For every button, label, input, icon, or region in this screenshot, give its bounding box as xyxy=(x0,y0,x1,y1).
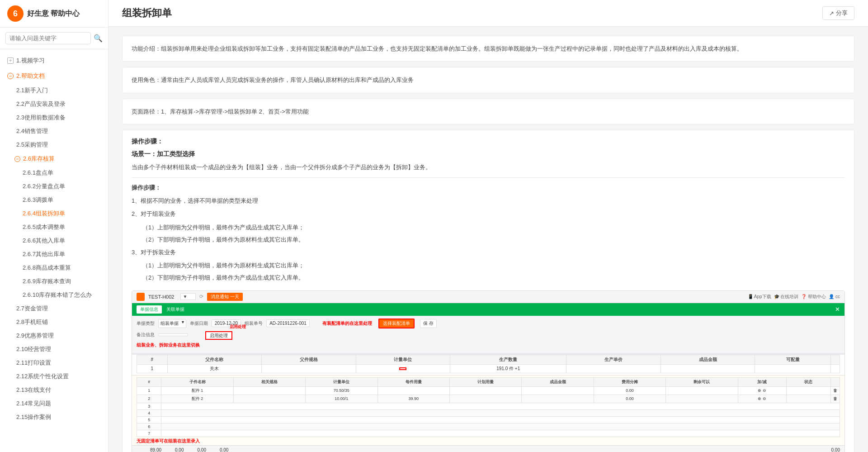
ss-footer-total4: 0.00 xyxy=(220,447,228,452)
sidebar-item-label: 2.6库存核算 xyxy=(23,155,55,163)
sidebar-item-newbie[interactable]: 2.1新手入门 xyxy=(0,84,108,97)
ss-sub-header-row: # 子件名称 相关规格 计量单位 每件用量 计划用量 成品金额 费用分摊 剩余可… xyxy=(137,377,840,386)
ss-sub-th-action xyxy=(831,377,840,386)
search-icon[interactable]: 🔍 xyxy=(94,34,103,43)
ss-btn-save[interactable]: 保 存 xyxy=(420,319,437,328)
sidebar-leaf-2610[interactable]: 2.6.10库存账本错了怎么办 xyxy=(0,288,108,302)
table-row: 5 xyxy=(137,416,840,423)
share-button[interactable]: ↗ 分享 xyxy=(822,6,854,20)
ss-td-unit-highlighted xyxy=(399,367,406,370)
main-area: 组装拆卸单 ↗ 分享 功能介绍：组装拆卸单用来处理企业组装或拆卸等加工业务，支持… xyxy=(108,0,868,452)
search-box[interactable]: 🔍 xyxy=(0,28,108,49)
intro-text: 功能介绍：组装拆卸单用来处理企业组装或拆卸等加工业务，支持有固定装配清单的产品加… xyxy=(132,43,845,54)
sidebar-leaf-267[interactable]: 2.6.7其他出库单 xyxy=(0,247,108,261)
ss-input-memo[interactable] xyxy=(158,333,188,336)
app-name: 好生意 帮助中心 xyxy=(27,9,80,19)
ss-main-table-area: # 父件名称 父件规格 计量单位 生产数量 生产单价 成品金额 可配量 xyxy=(132,355,844,375)
ss-tab-other[interactable]: 关联单据 xyxy=(163,305,188,314)
sidebar-leaf-269[interactable]: 2.6.9库存账本查询 xyxy=(0,275,108,288)
ops-steps-title: 操作步骤： xyxy=(132,182,845,193)
ss-th-action xyxy=(831,355,840,364)
page-title: 组装拆卸单 xyxy=(122,6,172,20)
ss-td-unit xyxy=(356,364,450,373)
step1: 1、根据不同的业务，选择不同单据的类型来处理 xyxy=(132,195,845,206)
ss-label-date: 单据日期 xyxy=(190,320,208,327)
intro-section: 功能介绍：组装拆卸单用来处理企业组装或拆卸等加工业务，支持有固定装配清单的产品加… xyxy=(122,36,854,62)
ss-btn-process[interactable]: 启用处理 xyxy=(205,331,232,340)
sidebar-item-cases[interactable]: 2.15操作案例 xyxy=(0,410,108,424)
ss-footer-total2: 0.00 xyxy=(175,447,184,452)
ss-input-type[interactable]: 组装单据 ▼ xyxy=(158,319,186,328)
ss-btn-assembly[interactable]: 选择装配清单 xyxy=(378,319,415,328)
main-content: 功能介绍：组装拆卸单用来处理企业组装或拆卸等加工业务，支持有固定装配清单的产品加… xyxy=(108,27,868,452)
ss-dropdown: ▼ xyxy=(180,293,196,300)
sidebar-item-label: 2.帮助文档 xyxy=(16,72,45,80)
ss-th-config: 可配量 xyxy=(755,355,831,364)
sidebar-leaf-261[interactable]: 2.6.1盘点单 xyxy=(0,166,108,180)
sidebar-item-faq[interactable]: 2.14常见问题 xyxy=(0,397,108,410)
ss-topbar: TEST-H002 ▼ ⟳ 消息通知 一天 📱 App下载 🎓 在线培训 ❓ 帮… xyxy=(132,291,844,303)
sidebar-item-mobile[interactable]: 2.8手机旺铺 xyxy=(0,315,108,329)
operations-title: 操作步骤： xyxy=(132,138,845,146)
step3: 3、对于拆装业务 xyxy=(132,247,845,257)
nav-section-1: + 1.视频学习 xyxy=(0,53,108,68)
sidebar-item-label: 1.视频学习 xyxy=(16,57,45,65)
screenshot-inner: TEST-H002 ▼ ⟳ 消息通知 一天 📱 App下载 🎓 在线培训 ❓ 帮… xyxy=(132,291,844,452)
ss-notify-btn[interactable]: 消息通知 一天 xyxy=(207,293,243,301)
step3-sub1: （1）上部明细为父件明细，最终作为原材料生成其它出库单； xyxy=(132,260,845,271)
sidebar-item-ops[interactable]: 2.10经营管理 xyxy=(0,343,108,356)
path-text: 页面路径：1、库存核算->库存管理->组装拆卸单 2、首页->常用功能 xyxy=(132,106,845,117)
share-icon: ↗ xyxy=(829,10,834,17)
screenshot-container: TEST-H002 ▼ ⟳ 消息通知 一天 📱 App下载 🎓 在线培训 ❓ 帮… xyxy=(132,290,845,452)
sidebar-leaf-268[interactable]: 2.6.8商品成本重算 xyxy=(0,261,108,275)
ss-sub-th-name: 子件名称 xyxy=(161,377,233,386)
ss-sub-th-spec: 相关规格 xyxy=(233,377,305,386)
scenario1-desc: 当由多个子件材料组装成一个成品的业务为【组装】业务，当由一个父件拆分成多个子产品… xyxy=(132,162,845,172)
ss-footer-right: 0.00 xyxy=(831,447,840,452)
ss-th-num: # xyxy=(137,355,168,364)
scenario1-title: 场景一：加工类型选择 xyxy=(132,150,845,158)
expand-icon: + xyxy=(7,57,14,64)
ss-annotation-area1: 有装配清单的在这里处理 选择装配清单 xyxy=(322,319,415,328)
ss-tab-active[interactable]: 单据信息 xyxy=(137,305,162,314)
sidebar-item-finance[interactable]: 2.7资金管理 xyxy=(0,302,108,315)
sidebar-item-video[interactable]: + 1.视频学习 xyxy=(0,53,108,68)
ss-annotation1: 有装配清单的在这里处理 xyxy=(322,321,372,326)
sidebar-leaf-266[interactable]: 2.6.6其他入库单 xyxy=(0,234,108,247)
sidebar-item-customize[interactable]: 2.12系统个性化设置 xyxy=(0,370,108,383)
sidebar-item-inventory[interactable]: − 2.6库存核算 xyxy=(0,152,108,166)
ss-annotation-area2: 组装业务、拆卸业务在这里切换 xyxy=(137,341,840,348)
sidebar-leaf-265[interactable]: 2.6.5成本调整单 xyxy=(0,220,108,234)
ss-close-icon[interactable]: ✕ xyxy=(835,306,840,313)
sidebar-item-data-prep[interactable]: 2.3使用前数据准备 xyxy=(0,111,108,124)
ss-td-spec xyxy=(262,364,356,373)
sidebar-leaf-262[interactable]: 2.6.2分量盘点单 xyxy=(0,180,108,193)
step3-sub2: （2）下部明细为子件明细，最终作为产成品生成其它入库单。 xyxy=(132,272,845,283)
sidebar-item-payment[interactable]: 2.13在线支付 xyxy=(0,383,108,397)
ss-td-qty: 191.0 件 +1 xyxy=(450,364,566,373)
ss-td-config xyxy=(755,364,831,373)
ss-table-header-row: # 父件名称 父件规格 计量单位 生产数量 生产单价 成品金额 可配量 xyxy=(137,355,840,364)
ss-td-name: 关木 xyxy=(167,364,261,373)
ss-form-row2: 备注信息 启用处理 启用处理 xyxy=(137,331,840,339)
role-section: 使用角色：通常由生产人员或库管人员完成拆装业务的操作，库管人员确认原材料的出库和… xyxy=(122,67,854,93)
sidebar-item-sales[interactable]: 2.4销售管理 xyxy=(0,124,108,138)
sidebar-item-coupon[interactable]: 2.9优惠券管理 xyxy=(0,329,108,343)
table-row: 4 xyxy=(137,409,840,416)
sidebar-item-help-docs[interactable]: − 2.帮助文档 xyxy=(0,68,108,84)
ss-th-amount: 成品金额 xyxy=(660,355,755,364)
ss-th-unit: 计量单位 xyxy=(356,355,450,364)
ss-modal-tabs: 单据信息 关联单据 xyxy=(137,305,188,314)
ss-label-number: 组装单号 xyxy=(245,320,263,327)
sidebar-item-purchase[interactable]: 2.5采购管理 xyxy=(0,138,108,152)
table-row: 7 xyxy=(137,430,840,437)
sidebar-item-print[interactable]: 2.11打印设置 xyxy=(0,356,108,370)
sidebar-leaf-264[interactable]: 2.6.4组装拆卸单 xyxy=(0,207,108,220)
step2-sub1: （1）上部明细为父件明细，最终作为产成品生成其它入库单； xyxy=(132,222,845,233)
ss-annotation2: 组装业务、拆卸业务在这里切换 xyxy=(137,343,200,347)
sidebar-leaf-263[interactable]: 2.6.3调拨单 xyxy=(0,193,108,207)
ss-input-number[interactable]: AD-20191226-001 xyxy=(266,319,310,327)
search-input[interactable] xyxy=(5,32,91,44)
sidebar-item-install[interactable]: 2.2产品安装及登录 xyxy=(0,97,108,111)
ss-sub-th-status: 状态 xyxy=(786,377,830,386)
